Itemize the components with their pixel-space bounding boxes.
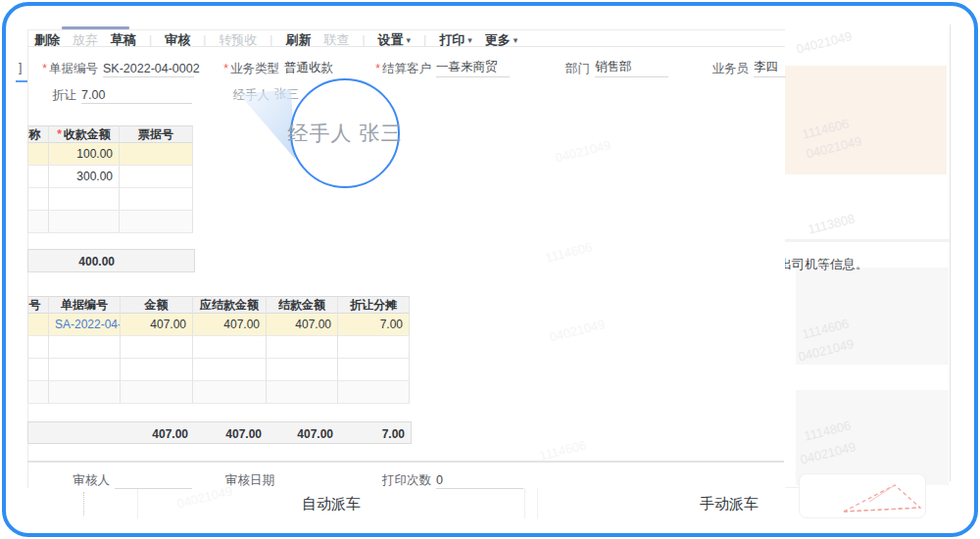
- table-row: [27, 211, 195, 233]
- required-asterisk: *: [375, 62, 380, 75]
- cell-bill_no[interactable]: [120, 166, 193, 188]
- cell-settle_amount[interactable]: [267, 336, 338, 359]
- cell-amount[interactable]: [49, 211, 120, 233]
- payment-lines-table-header-name: 称: [27, 125, 49, 143]
- total-cell-settle_amount: 407.00: [268, 422, 339, 445]
- payment-lines-table: 称*收款金额票据号100.00300.00: [27, 125, 195, 233]
- cell-bill_no[interactable]: [120, 143, 193, 166]
- footer-field-auditor-value[interactable]: [115, 487, 192, 489]
- cell-name[interactable]: [27, 143, 49, 166]
- cell-due_amount[interactable]: [193, 381, 267, 404]
- cell-bill_no[interactable]: [120, 211, 193, 233]
- settlement-docs-table-header-label: 单据编号: [61, 297, 108, 314]
- cell-no[interactable]: [27, 381, 49, 404]
- cell-amount[interactable]: [121, 381, 193, 404]
- settlement-docs-table-header-discount_share: 折让分摊: [338, 296, 410, 314]
- cell-amount[interactable]: [121, 359, 193, 381]
- table-row: [27, 381, 412, 404]
- footer-field-audit-date-label: 审核日期: [223, 472, 274, 489]
- footer-field-print-count-value[interactable]: 0: [436, 473, 523, 489]
- cell-amount[interactable]: 300.00: [49, 166, 120, 188]
- field-settle-customer-label: *结算客户: [372, 61, 431, 77]
- cell-amount[interactable]: 100.00: [49, 143, 120, 166]
- cell-due_amount[interactable]: 407.00: [193, 314, 267, 336]
- field-salesman-label: 业务员: [702, 61, 749, 77]
- field-doc-no-value[interactable]: SK-2022-04-0002: [103, 62, 194, 77]
- total-cell-amount: 407.00: [122, 422, 194, 445]
- field-department-value[interactable]: 销售部: [595, 59, 668, 77]
- settlement-docs-table-header-label: 折让分摊: [350, 297, 397, 314]
- watermark-text: 1113808: [807, 211, 857, 236]
- settlement-docs-table-header-no: 号: [27, 296, 49, 314]
- required-asterisk: *: [42, 62, 47, 75]
- cell-bill_no[interactable]: [120, 188, 193, 211]
- footer-field-print-count: 打印次数0: [382, 473, 523, 489]
- manual-dispatch-label: 手动派车: [700, 495, 759, 514]
- payment-lines-table-header-label: 票据号: [138, 126, 173, 143]
- footer-field-audit-date-value[interactable]: [279, 488, 312, 489]
- payment-lines-table-header-label: 收款金额: [64, 126, 111, 143]
- cell-amount[interactable]: [49, 188, 120, 211]
- cell-due_amount[interactable]: [193, 359, 267, 381]
- field-department-label: 部门: [551, 61, 590, 77]
- cell-name[interactable]: [27, 211, 49, 233]
- cell-discount_share[interactable]: [338, 336, 410, 359]
- cell-discount_share[interactable]: [338, 381, 410, 404]
- chevron-down-icon: ▾: [514, 35, 518, 45]
- chevron-down-icon: ▾: [467, 35, 472, 45]
- field-salesman-value[interactable]: 李四: [754, 59, 786, 77]
- field-doc-no: *单据编号SK-2022-04-0002: [35, 62, 194, 77]
- cell-amount[interactable]: 407.00: [121, 314, 193, 336]
- cell-doc_no[interactable]: SA-2022-04-…: [49, 314, 121, 336]
- watermark-text: 04021049: [795, 28, 854, 57]
- total-cell-amount: 400.00: [50, 250, 121, 273]
- toolbar-separator: |: [203, 33, 206, 47]
- cell-due_amount[interactable]: [193, 336, 267, 359]
- cell-settle_amount[interactable]: [267, 359, 338, 381]
- field-settle-customer: *结算客户一喜来商贸: [372, 62, 510, 77]
- toolbar-separator: |: [270, 33, 272, 47]
- doc-no-link[interactable]: SA-2022-04-…: [55, 318, 121, 331]
- cell-doc_no[interactable]: [49, 336, 121, 359]
- field-handler-value[interactable]: 张三: [274, 86, 313, 104]
- field-discount-label: 折让: [35, 87, 76, 104]
- paper-plane-icon: [836, 480, 926, 515]
- cell-settle_amount[interactable]: 407.00: [267, 314, 338, 336]
- table-row: 300.00: [27, 166, 195, 188]
- settlement-docs-table-header-row: 号单据编号金额应结款金额结款金额折让分摊: [27, 296, 412, 314]
- cell-name[interactable]: [27, 166, 49, 188]
- total-cell-no: [28, 422, 50, 445]
- cell-amount[interactable]: [121, 336, 193, 359]
- table-row: [27, 359, 412, 381]
- cell-value: 100.00: [76, 147, 113, 161]
- cell-settle_amount[interactable]: [267, 381, 338, 404]
- table-row: 100.00: [27, 143, 195, 166]
- cutoff-field-fragment: ]: [19, 61, 22, 74]
- field-settle-customer-value[interactable]: 一喜来商贸: [436, 59, 510, 77]
- field-biz-type: *业务类型普通收款: [219, 62, 366, 77]
- toolbar-separator: |: [423, 33, 426, 47]
- doc-divider-strip: [785, 239, 950, 242]
- cell-discount_share[interactable]: 7.00: [338, 314, 410, 336]
- cell-no[interactable]: [27, 314, 49, 336]
- total-cell-name: [28, 250, 50, 273]
- table-row: [27, 336, 412, 359]
- page-stage: 出司机等信息。 04021049111460604021049111380811…: [0, 0, 980, 539]
- settlement-docs-table: 号单据编号金额应结款金额结款金额折让分摊SA-2022-04-…407.0040…: [27, 296, 412, 404]
- field-biz-type-label: *业务类型: [219, 61, 279, 77]
- field-discount-value[interactable]: 7.00: [81, 88, 192, 104]
- field-biz-type-value[interactable]: 普通收款: [284, 60, 366, 77]
- cell-no[interactable]: [27, 336, 49, 359]
- settlement-docs-table-header-settle_amount: 结款金额: [267, 296, 338, 314]
- active-tab-indicator: [62, 26, 129, 29]
- field-salesman: 业务员李四: [702, 62, 786, 77]
- cell-no[interactable]: [27, 359, 49, 381]
- cell-name[interactable]: [27, 188, 49, 211]
- total-cell-bill_no: [121, 250, 194, 273]
- settlement-docs-table-header-amount: 金额: [121, 296, 193, 314]
- cell-doc_no[interactable]: [49, 359, 121, 381]
- cell-discount_share[interactable]: [338, 359, 410, 381]
- payment-lines-table-header-row: 称*收款金额票据号: [27, 125, 195, 143]
- cell-doc_no[interactable]: [49, 381, 121, 404]
- field-discount: 折让7.00: [35, 88, 192, 104]
